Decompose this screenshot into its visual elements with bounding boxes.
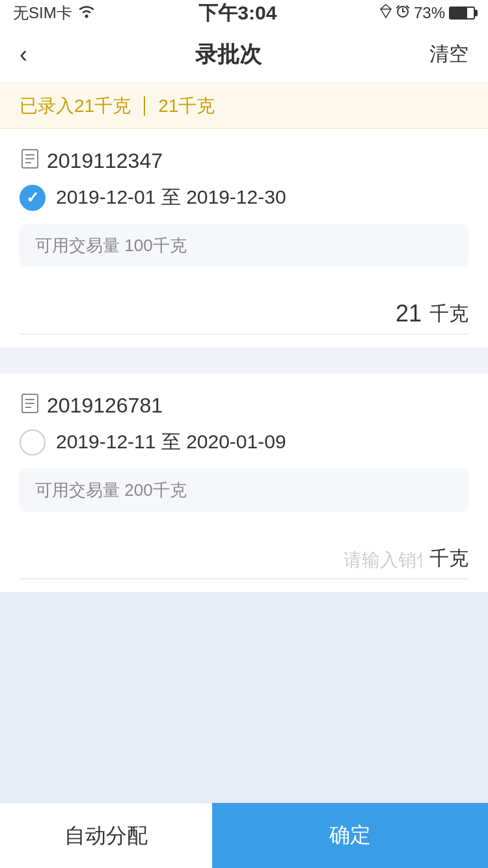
batch1-qty-wrapper: 千克 (0, 287, 488, 347)
page-title: 录批次 (195, 40, 262, 70)
auto-distribute-button[interactable]: 自动分配 (0, 803, 212, 868)
batch1-date-row[interactable]: 2019-12-01 至 2019-12-30 (20, 184, 468, 211)
batch2-avail-box: 可用交易量 200千克 (20, 468, 468, 512)
batch1-unit: 千克 (429, 301, 468, 327)
batch1-avail-box: 可用交易量 100千克 (20, 224, 468, 267)
batch2-qty-line: 千克 (20, 545, 468, 579)
back-button[interactable]: ‹ (20, 41, 27, 68)
batch1-qty-line: 千克 (20, 300, 468, 334)
nav-bar: ‹ 录批次 清空 (0, 26, 488, 83)
clear-button[interactable]: 清空 (429, 41, 468, 68)
section-spacer-1 (0, 347, 488, 360)
batch1-date: 2019-12-01 至 2019-12-30 (56, 184, 286, 211)
bottom-bar: 自动分配 确定 (0, 803, 488, 868)
alarm-icon (396, 4, 410, 22)
batch1-id: 2019112347 (47, 149, 163, 173)
status-left: 无SIM卡 (13, 3, 96, 23)
batch2-card: 2019126781 2019-12-11 至 2020-01-09 可用交易量… (0, 373, 488, 532)
batch2-id: 2019126781 (47, 394, 163, 418)
recorded-value: 21千克 (158, 94, 215, 118)
wifi-icon (77, 4, 96, 22)
svg-point-0 (85, 15, 88, 18)
status-right: 73% (380, 4, 475, 22)
info-banner-divider (144, 96, 145, 116)
battery-icon (449, 7, 475, 20)
location-icon (380, 4, 392, 22)
recorded-label: 已录入21千克 (20, 94, 131, 118)
battery-percent: 73% (414, 4, 445, 22)
batch1-icon (20, 148, 40, 174)
batch1-card: 2019112347 2019-12-01 至 2019-12-30 可用交易量… (0, 129, 488, 287)
info-banner: 已录入21千克 21千克 (0, 83, 488, 129)
batch2-quantity-input[interactable] (344, 545, 422, 572)
batch1-radio[interactable] (20, 185, 46, 211)
status-bar: 无SIM卡 下午3:04 73% (0, 0, 488, 26)
status-time: 下午3:04 (198, 0, 277, 27)
carrier-text: 无SIM卡 (13, 3, 72, 23)
batch2-radio[interactable] (20, 429, 46, 455)
batch2-avail-text: 可用交易量 200千克 (35, 480, 187, 500)
batch2-unit: 千克 (429, 545, 468, 572)
batch1-avail-text: 可用交易量 100千克 (35, 236, 187, 255)
batch2-date: 2019-12-11 至 2020-01-09 (56, 429, 286, 455)
batch2-qty-wrapper: 千克 (0, 532, 488, 592)
confirm-button[interactable]: 确定 (212, 803, 488, 868)
batch1-quantity-input[interactable] (344, 300, 422, 327)
batch2-id-row: 2019126781 (20, 393, 468, 418)
batch2-icon (20, 393, 40, 418)
batch2-date-row[interactable]: 2019-12-11 至 2020-01-09 (20, 429, 468, 455)
batch1-id-row: 2019112347 (20, 148, 468, 174)
